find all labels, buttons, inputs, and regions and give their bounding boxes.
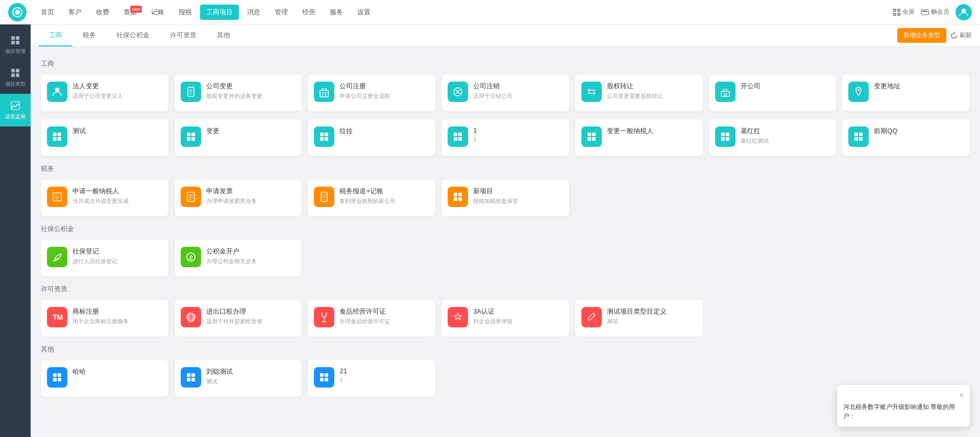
card-content-3a-cert: 3A认证对企业信誉评级 (473, 307, 563, 325)
card-desc-equity-transfer: 公司变更需要股权转让 (607, 92, 697, 100)
svg-rect-55 (854, 133, 858, 136)
card-desc-mehonghong: 葛红红测试 (741, 137, 830, 145)
card-content-company-reg: 公司注册申请公司注册全流程 (339, 82, 429, 100)
tab-license[interactable]: 许可资质 (160, 24, 207, 46)
fullscreen-button[interactable]: 全屏 (893, 8, 915, 16)
svg-rect-60 (187, 192, 194, 201)
nav-item-operations[interactable]: 经营 (296, 5, 322, 20)
card-test[interactable]: 测试 (41, 119, 168, 156)
svg-rect-94 (325, 378, 328, 381)
card-social-reg[interactable]: 社保登记进行人员社保登记 (41, 240, 168, 276)
sidebar-item-project-mgmt[interactable]: 项目管理 (0, 29, 31, 61)
card-content-apply-invoice: 申请发票办理申请发票类业务 (206, 187, 296, 205)
card-qianqi-qq[interactable]: 前期QQ (842, 119, 970, 156)
fullscreen-icon (893, 9, 900, 16)
svg-rect-44 (458, 133, 462, 136)
card-desc-tax-report-accounting: 拿到营业执照的新公司 (339, 197, 429, 205)
tabs: 工商 税务 社保公积金 许可资质 其他 (39, 24, 240, 46)
card-title-test-type-def: 测试项目类型目定义 (607, 307, 697, 316)
tab-tax[interactable]: 税务 (72, 24, 106, 46)
svg-rect-11 (11, 69, 15, 72)
nav-item-management[interactable]: 管理 (268, 5, 294, 20)
card-equity-transfer[interactable]: 股权转让公司变更需要股权转让 (575, 74, 703, 111)
card-title-haha: 哈哈 (72, 367, 162, 376)
card-icon-legal-change (47, 82, 67, 102)
svg-rect-56 (859, 133, 863, 136)
add-type-button[interactable]: 新增业务类型 (897, 28, 946, 43)
vip-button[interactable]: 畅会员 (921, 8, 949, 16)
section-title-other: 其他 (41, 345, 970, 354)
card-fund-account[interactable]: 公积金开户办理公积金相关业务 (175, 240, 302, 276)
card-import-export[interactable]: 进出口权办理适用于对外贸易经营者 (175, 300, 302, 337)
card-apply-invoice[interactable]: 申请发票办理申请发票类业务 (175, 179, 302, 216)
svg-rect-35 (187, 133, 190, 136)
card-change[interactable]: 变更 (175, 119, 302, 156)
card-change-tax[interactable]: 变更一般纳税人 (575, 119, 703, 156)
svg-rect-42 (325, 137, 328, 141)
user-avatar[interactable] (955, 4, 972, 20)
notification-close-button[interactable]: × (960, 391, 964, 399)
nav-item-billing[interactable]: 收费 (90, 5, 115, 20)
nav-item-accounting[interactable]: 记账 (145, 5, 170, 20)
svg-rect-85 (53, 378, 57, 381)
other-cards: 哈哈刘聪测试测试211 (41, 360, 970, 397)
card-haha[interactable]: 哈哈 (41, 360, 168, 397)
card-company-reg[interactable]: 公司注册申请公司注册全流程 (308, 74, 435, 111)
card-apply-general-tax[interactable]: 申请一般纳税人当月或次月成变更完成 (41, 179, 168, 216)
svg-rect-70 (454, 197, 457, 201)
card-3a-cert[interactable]: 3A认证对企业信誉评级 (442, 300, 569, 337)
refresh-button[interactable]: 刷新 (950, 31, 972, 40)
svg-rect-8 (16, 36, 19, 40)
svg-point-16 (55, 88, 59, 92)
card-content-test: 测试 (72, 126, 162, 137)
nav-item-services[interactable]: 服务 (324, 5, 349, 20)
card-desc-company-reg: 申请公司注册全流程 (339, 92, 429, 100)
social-fund-cards: 社保登记进行人员社保登记公积金开户办理公积金相关业务 (41, 240, 970, 276)
notification-popup: × 河北税务数字账户升级影响通知 尊敬的用户： (837, 385, 970, 427)
svg-rect-29 (724, 93, 726, 96)
card-change-address[interactable]: 变更地址 (842, 74, 970, 111)
card-content-liu-cey-test: 刘聪测试测试 (206, 367, 296, 385)
card-company-cancel[interactable]: 公司注销适用于注销公司 (442, 74, 569, 111)
nav-item-customer[interactable]: 客户 (62, 5, 88, 20)
nav-item-settings[interactable]: 设置 (351, 5, 377, 20)
nav-item-messages[interactable]: 消息 (241, 5, 266, 20)
card-icon-liu-cey-test (181, 367, 201, 388)
card-company-change[interactable]: 公司变更股权变更外的业务变更 (175, 74, 302, 111)
card-twenty-one[interactable]: 211 (308, 360, 435, 397)
card-legal-change[interactable]: 法人变更适用于公司变更法人 (41, 74, 168, 111)
svg-rect-31 (53, 133, 57, 136)
card-icon-lala (314, 126, 334, 147)
nav-item-home[interactable]: 首页 (35, 5, 60, 20)
nav-item-tax[interactable]: 报税 (173, 5, 198, 20)
svg-point-6 (962, 9, 966, 13)
card-new-project[interactable]: 新项目报税加税控盘保管 (442, 179, 569, 216)
tab-actions: 新增业务类型 刷新 (897, 28, 972, 43)
tab-industry[interactable]: 工商 (39, 24, 72, 46)
svg-rect-68 (454, 193, 457, 196)
card-desc-twenty-one: 1 (339, 376, 429, 384)
card-mehonghong[interactable]: 葛红红葛红红测试 (709, 119, 837, 156)
nav-item-tickets[interactable]: 票据new (117, 5, 143, 20)
card-open-company[interactable]: 开公司 (709, 74, 837, 111)
tab-other[interactable]: 其他 (207, 24, 240, 46)
card-lala[interactable]: 拉拉 (308, 119, 435, 156)
svg-rect-38 (191, 137, 195, 141)
card-test-type-def[interactable]: 测试项目类型目定义测试 (575, 300, 703, 337)
nav-item-industry[interactable]: 工商项目 (200, 5, 239, 20)
card-desc-social-reg: 进行人员社保登记 (72, 258, 162, 265)
sidebar-item-project-type[interactable]: 项目类型 (0, 61, 31, 94)
sidebar-item-progress-monitor[interactable]: 进度监测 (0, 94, 31, 126)
card-food-license[interactable]: 食品经营许可证办理食品经营许可证 (308, 300, 435, 337)
svg-rect-13 (11, 73, 15, 77)
svg-rect-50 (592, 137, 596, 141)
card-trademark-reg[interactable]: TM商标注册用于企业商标注册服务 (41, 300, 168, 337)
tab-social-fund[interactable]: 社保公积金 (106, 24, 160, 46)
card-one[interactable]: 11 (442, 119, 569, 156)
nav-items: 首页客户收费票据new记账报税工商项目消息管理经营服务设置 (35, 5, 893, 20)
industry-cards-row1: 法人变更适用于公司变更法人公司变更股权变更外的业务变更公司注册申请公司注册全流程… (41, 74, 970, 111)
card-liu-cey-test[interactable]: 刘聪测试测试 (175, 360, 302, 397)
svg-rect-36 (191, 133, 195, 136)
card-content-equity-transfer: 股权转让公司变更需要股权转让 (607, 82, 697, 100)
card-tax-report-accounting[interactable]: 税务报道+记账拿到营业执照的新公司 (308, 179, 435, 216)
